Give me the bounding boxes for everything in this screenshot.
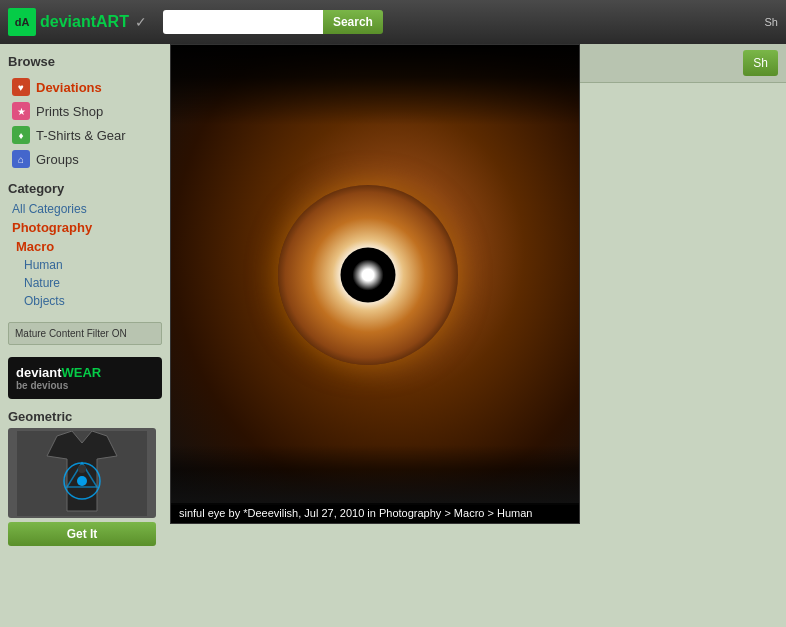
geometric-title: Geometric <box>8 409 162 424</box>
tshirts-label: T-Shirts & Gear <box>36 128 126 143</box>
eye-iris <box>278 185 458 365</box>
sidebar-item-deviations[interactable]: ♥ Deviations <box>8 75 162 99</box>
search-input[interactable] <box>163 10 323 34</box>
get-it-button[interactable]: Get It <box>8 522 156 546</box>
photography-category[interactable]: Photography <box>8 218 162 237</box>
deviantwear-deviant: deviant <box>16 365 62 380</box>
deviations-label: Deviations <box>36 80 102 95</box>
logo-text: deviantART <box>40 13 129 31</box>
macro-category[interactable]: Macro <box>8 237 162 256</box>
thumbs-area: sinful eye in Human 🦋 Butterfly 3 in Nat… <box>170 83 786 618</box>
eye-pupil <box>340 248 395 303</box>
prints-icon: ★ <box>12 102 30 120</box>
logo-art: ART <box>96 13 129 30</box>
lightbox-image <box>171 83 579 505</box>
content-area: Popular Newest Oldest Undiscovered 8 Sh … <box>170 44 786 627</box>
objects-subcategory[interactable]: Objects <box>8 292 162 310</box>
category-heading: Category <box>8 181 162 196</box>
deviantwear-sub-label: be devious <box>16 380 154 391</box>
sidebar: Browse ♥ Deviations ★ Prints Shop ♦ T-Sh… <box>0 44 170 627</box>
human-subcategory[interactable]: Human <box>8 256 162 274</box>
eyelashes-bottom <box>171 445 579 505</box>
logo-deviant: deviant <box>40 13 96 30</box>
tshirt-preview <box>8 428 156 518</box>
deviantwear-wear: WEAR <box>62 365 102 380</box>
header: dA deviantART ✓ Search Sh <box>0 0 786 44</box>
logo-area: dA deviantART ✓ <box>8 8 147 36</box>
svg-point-5 <box>78 465 86 473</box>
all-categories-link[interactable]: All Categories <box>8 200 162 218</box>
deviantwear-banner[interactable]: deviantWEAR be devious <box>8 357 162 399</box>
eye-artwork <box>171 83 579 505</box>
lightbox-overlay[interactable]: sinful eye by *Deeevilish, Jul 27, 2010 … <box>170 83 580 524</box>
geometric-section: Geometric Get It <box>8 409 162 546</box>
main-layout: Browse ♥ Deviations ★ Prints Shop ♦ T-Sh… <box>0 44 786 627</box>
show-button[interactable]: Sh <box>743 50 778 76</box>
mature-filter-label: Mature Content Filter ON <box>8 322 162 345</box>
deviations-icon: ♥ <box>12 78 30 96</box>
logo-check-icon: ✓ <box>135 14 147 30</box>
eyelashes-top <box>171 83 579 125</box>
logo-icon: dA <box>8 8 36 36</box>
sidebar-item-tshirts[interactable]: ♦ T-Shirts & Gear <box>8 123 162 147</box>
search-button[interactable]: Search <box>323 10 383 34</box>
svg-point-4 <box>77 476 87 486</box>
prints-label: Prints Shop <box>36 104 103 119</box>
lightbox-caption: sinful eye by *Deeevilish, Jul 27, 2010 … <box>171 503 579 523</box>
nature-subcategory[interactable]: Nature <box>8 274 162 292</box>
browse-heading: Browse <box>8 54 162 69</box>
tshirts-icon: ♦ <box>12 126 30 144</box>
search-bar: Search <box>163 10 383 34</box>
sidebar-item-groups[interactable]: ⌂ Groups <box>8 147 162 171</box>
header-right-text: Sh <box>765 16 778 28</box>
sidebar-item-prints-shop[interactable]: ★ Prints Shop <box>8 99 162 123</box>
groups-label: Groups <box>36 152 79 167</box>
groups-icon: ⌂ <box>12 150 30 168</box>
